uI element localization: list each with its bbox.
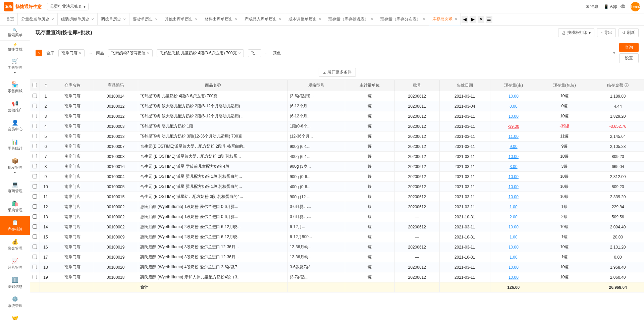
row-checkbox[interactable] bbox=[33, 184, 37, 189]
expand-more-btn[interactable]: ⊻ 展开更多条件 bbox=[319, 68, 356, 77]
cell-qty-main[interactable]: 10.00 bbox=[490, 172, 537, 182]
qty-main-link[interactable]: 0.00 bbox=[509, 104, 517, 109]
goods-filter-tag-2[interactable]: 飞鹤星飞帆 儿童奶粉 4段(3-6岁适用) 700克 ✕ bbox=[157, 49, 244, 57]
qty-main-link[interactable]: 10.00 bbox=[508, 275, 519, 280]
goods-filter-tag-1[interactable]: 飞鹤奶粉3段两提装 ✕ bbox=[108, 49, 153, 57]
tab-close-icon[interactable]: ✕ bbox=[371, 17, 373, 21]
tab-3[interactable]: 调拨单历史 ✕ bbox=[98, 13, 129, 25]
row-checkbox[interactable] bbox=[33, 204, 37, 209]
row-checkbox[interactable] bbox=[33, 234, 37, 239]
qty-main-link[interactable]: 1.00 bbox=[509, 205, 517, 209]
select-all-checkbox[interactable] bbox=[33, 83, 37, 87]
cell-qty-main[interactable]: 2.00 bbox=[490, 212, 537, 222]
tab-2[interactable]: 组装拆卸单历史 ✕ bbox=[58, 13, 98, 25]
export-btn[interactable]: ↑ 导出 bbox=[597, 28, 616, 37]
row-checkbox[interactable] bbox=[33, 214, 37, 219]
row-checkbox[interactable] bbox=[33, 94, 37, 98]
qty-main-link[interactable]: 10.00 bbox=[508, 114, 519, 119]
cell-qty-main[interactable]: 1.00 bbox=[490, 252, 537, 262]
row-checkbox[interactable] bbox=[33, 224, 37, 229]
tab-1[interactable]: 分量盘点单历史 ✕ bbox=[18, 13, 58, 25]
sidebar-item-retail-stats[interactable]: 📊 零售统计 bbox=[0, 135, 30, 154]
row-checkbox[interactable] bbox=[33, 164, 37, 168]
warehouse-filter-tag[interactable]: 南岸门店 ✕ bbox=[58, 49, 85, 57]
sidebar-item-collab[interactable]: 🤝 企业协同 bbox=[0, 312, 30, 322]
row-checkbox[interactable] bbox=[33, 255, 37, 259]
qty-main-link[interactable]: 10.00 bbox=[508, 225, 519, 229]
cell-qty-main[interactable]: 9.00 bbox=[490, 142, 537, 152]
tab-close-icon[interactable]: ✕ bbox=[123, 17, 126, 21]
tag-remove-icon[interactable]: ✕ bbox=[147, 51, 150, 55]
cell-qty-main[interactable]: 1.00 bbox=[490, 202, 537, 212]
tab-close-icon[interactable]: ✕ bbox=[454, 17, 457, 21]
qty-main-link[interactable]: 3.00 bbox=[509, 164, 517, 169]
row-checkbox[interactable] bbox=[33, 174, 37, 178]
cell-qty-main[interactable]: 10.00 bbox=[490, 182, 537, 192]
cell-qty-main[interactable]: 10.00 bbox=[490, 91, 537, 101]
filter-expand-btn[interactable]: › bbox=[36, 50, 42, 56]
refresh-btn[interactable]: ↺ 刷新 bbox=[619, 28, 639, 37]
row-checkbox[interactable] bbox=[33, 134, 37, 138]
qty-main-link[interactable]: 9.00 bbox=[509, 144, 517, 149]
tab-next-btn[interactable]: ▶ bbox=[470, 16, 476, 23]
cell-qty-main[interactable]: 10.00 bbox=[490, 262, 537, 272]
cell-qty-main[interactable]: 10.00 bbox=[490, 272, 537, 282]
query-btn[interactable]: 查询 bbox=[619, 43, 639, 52]
tab-7[interactable]: 产成品入库单历史 ✕ bbox=[241, 13, 285, 25]
tab-close-all-btn[interactable]: ✕ bbox=[478, 16, 484, 23]
tag-remove-icon[interactable]: ✕ bbox=[79, 51, 82, 55]
qty-main-link[interactable]: 10.00 bbox=[508, 174, 519, 179]
qty-main-link[interactable]: 10.00 bbox=[508, 265, 519, 270]
sidebar-item-members[interactable]: 👤 会员中心 bbox=[0, 116, 30, 135]
tab-close-icon[interactable]: ✕ bbox=[235, 17, 237, 21]
cell-qty-main[interactable]: 10.00 bbox=[490, 222, 537, 232]
settings-btn[interactable]: 设置 bbox=[619, 53, 639, 63]
cell-qty-main[interactable]: 11.00 bbox=[490, 131, 537, 142]
user-area[interactable]: demo2 bbox=[631, 2, 640, 11]
color-dropdown-icon[interactable]: ▾ bbox=[613, 51, 615, 55]
row-checkbox[interactable] bbox=[33, 104, 37, 108]
row-checkbox[interactable] bbox=[33, 144, 37, 148]
row-checkbox[interactable] bbox=[33, 114, 37, 118]
tab-4[interactable]: 要货单历史 ✕ bbox=[129, 13, 161, 25]
tag-remove-icon[interactable]: ✕ bbox=[238, 51, 241, 55]
qty-main-link[interactable]: 1.00 bbox=[509, 255, 517, 260]
tab-inventory[interactable]: 库存批次账 ✕ bbox=[429, 13, 461, 25]
cell-qty-main[interactable]: 10.00 bbox=[490, 192, 537, 202]
cell-qty-main[interactable]: 10.00 bbox=[490, 242, 537, 252]
cell-qty-main[interactable]: 0.00 bbox=[490, 101, 537, 111]
qty-main-link[interactable]: 2.00 bbox=[509, 215, 517, 219]
qty-main-link[interactable]: 1.00 bbox=[509, 235, 517, 239]
sidebar-item-marketing[interactable]: 📢 营销推广 bbox=[0, 97, 30, 116]
cell-qty-main[interactable]: 10.00 bbox=[490, 111, 537, 121]
tab-close-icon[interactable]: ✕ bbox=[319, 17, 321, 21]
sidebar-item-management[interactable]: 📈 经营管理 bbox=[0, 254, 30, 273]
cell-qty-main[interactable]: 3.00 bbox=[490, 162, 537, 172]
qty-main-link[interactable]: 10.00 bbox=[508, 195, 519, 199]
cell-qty-main[interactable]: -39.00 bbox=[490, 121, 537, 131]
row-checkbox[interactable] bbox=[33, 265, 37, 269]
goods-more-icon[interactable]: ··· bbox=[265, 51, 269, 55]
tab-close-icon[interactable]: ✕ bbox=[51, 17, 54, 21]
tab-5[interactable]: 其他出库单历史 ✕ bbox=[161, 13, 201, 25]
sidebar-item-basics[interactable]: ℹ️ 基础信息 bbox=[0, 273, 30, 292]
sidebar-item-ecommerce[interactable]: 💻 电商管理 bbox=[0, 178, 30, 197]
sidebar-item-inventory[interactable]: 📋 库存核算 bbox=[0, 216, 30, 235]
row-checkbox[interactable] bbox=[33, 275, 37, 279]
sidebar-item-purchase[interactable]: 🛍️ 采购管理 bbox=[0, 197, 30, 216]
tab-menu-btn[interactable]: ☰ bbox=[486, 16, 492, 23]
cell-qty-main[interactable]: 10.00 bbox=[490, 152, 537, 162]
warehouse-more-icon[interactable]: ··· bbox=[89, 51, 92, 55]
tab-close-icon[interactable]: ✕ bbox=[155, 17, 158, 21]
tab-close-icon[interactable]: ✕ bbox=[279, 17, 281, 21]
sidebar-item-wholesale[interactable]: 📦 批发管理 ▼ bbox=[0, 154, 30, 178]
row-checkbox[interactable] bbox=[33, 245, 37, 249]
sidebar-quick-nav[interactable]: ⚡ 快捷导航 bbox=[0, 41, 30, 54]
qty-main-link[interactable]: 10.00 bbox=[508, 184, 519, 189]
sidebar-item-retail-shop[interactable]: 🏪 零售商城 bbox=[0, 78, 30, 97]
sidebar-search[interactable]: 🔍 搜索菜单 bbox=[0, 25, 30, 41]
goods-filter-tag-3[interactable]: 飞... bbox=[248, 49, 261, 57]
row-checkbox[interactable] bbox=[33, 124, 37, 128]
sidebar-item-retail-mgmt[interactable]: 🛒 零售管理 ▼ bbox=[0, 54, 30, 78]
tab-8[interactable]: 成本调整单历史 ✕ bbox=[285, 13, 325, 25]
